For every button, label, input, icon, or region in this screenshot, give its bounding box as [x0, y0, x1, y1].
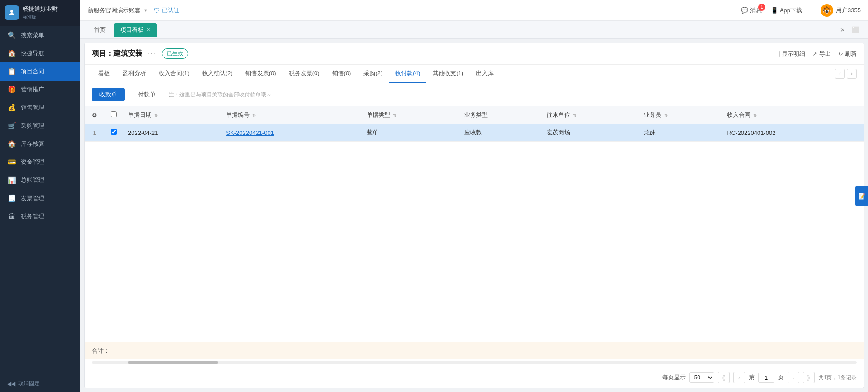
receipts-button[interactable]: 收款单 [92, 88, 125, 101]
sidebar-item-search[interactable]: 🔍 搜索菜单 [0, 26, 80, 44]
row-salesman: 龙妹 [638, 124, 722, 142]
right-panel-icon: 📝 [858, 193, 865, 200]
export-icon: ↗ [812, 50, 817, 57]
sub-tab-income-confirm[interactable]: 收入确认(2) [196, 65, 239, 83]
col-checkbox [104, 106, 123, 124]
page-input[interactable] [758, 373, 774, 383]
sub-tab-sales-invoice[interactable]: 销售发票(0) [239, 65, 283, 83]
sidebar-item-label-search: 搜索菜单 [21, 31, 44, 39]
sort-contract-icon: ⇅ [753, 113, 757, 118]
sidebar-item-marketing[interactable]: 🎁 营销推广 [0, 81, 80, 99]
sidebar-item-invoice[interactable]: 🧾 发票管理 [0, 189, 80, 207]
tab-home-label: 首页 [94, 26, 106, 34]
last-page-icon: ⟫ [807, 374, 810, 381]
sidebar-item-contract[interactable]: 📋 项目合同 [0, 62, 80, 81]
sidebar-item-label-sales: 销售管理 [21, 104, 44, 112]
row-code-link[interactable]: SK-20220421-001 [226, 129, 274, 136]
tabbar-right-controls: ✕ ⬜ [837, 24, 861, 35]
col-code[interactable]: 单据编号 ⇅ [221, 106, 361, 124]
col-settings[interactable]: ⚙ [85, 106, 104, 124]
col-biz-type: 业务类型 [459, 106, 542, 124]
app-download-button[interactable]: 📱 App下载 [771, 6, 802, 14]
sidebar-item-ledger[interactable]: 📊 总账管理 [0, 171, 80, 189]
prev-page-button[interactable]: ‹ [733, 372, 745, 383]
project-status-badge: 已生效 [162, 48, 188, 59]
sub-tab-sales[interactable]: 销售(0) [326, 65, 358, 83]
next-page-icon: › [792, 374, 794, 381]
sub-tabs-nav: ‹ › [835, 69, 857, 79]
table-scrollbar[interactable] [85, 359, 864, 367]
tab-project-board[interactable]: 项目看板 ✕ [114, 23, 157, 37]
refresh-label: 刷新 [845, 50, 857, 58]
user-menu[interactable]: 🐯 用户3355 [821, 4, 861, 17]
page-suffix: 页 [778, 373, 784, 382]
first-page-button[interactable]: ⟪ [718, 372, 730, 383]
shield-icon: 🛡 [154, 7, 160, 14]
sidebar-item-quicknav[interactable]: 🏠 快捷导航 [0, 44, 80, 62]
sub-tab-profit[interactable]: 盈利分析 [116, 65, 152, 83]
show-detail-checkbox[interactable] [774, 51, 780, 57]
row-code[interactable]: SK-20220421-001 [221, 124, 361, 142]
col-partner[interactable]: 往来单位 ⇅ [541, 106, 638, 124]
table-header-row: ⚙ 单据日期 ⇅ 单据编号 ⇅ [85, 106, 864, 124]
sub-tabs-prev-button[interactable]: ‹ [835, 69, 845, 79]
sub-tab-purchase[interactable]: 采购(2) [357, 65, 389, 83]
sub-tab-other[interactable]: 其他收支(1) [426, 65, 470, 83]
sidebar-nav: 🔍 搜索菜单 🏠 快捷导航 📋 项目合同 🎁 营销推广 💰 销售管理 🛒 采购管… [0, 26, 80, 375]
message-badge: 1 [758, 4, 765, 11]
app-title: 畅捷通好业财 [23, 5, 58, 13]
sub-tabs-next-button[interactable]: › [847, 69, 857, 79]
col-salesman[interactable]: 业务员 ⇅ [638, 106, 722, 124]
refresh-icon: ↻ [838, 50, 843, 57]
sub-tab-tax-invoice[interactable]: 税务发票(0) [283, 65, 326, 83]
sidebar-item-label-quicknav: 快捷导航 [21, 49, 44, 57]
sidebar-item-finance[interactable]: 💳 资金管理 [0, 153, 80, 171]
sidebar-unpin[interactable]: ◀◀ 取消固定 [0, 375, 80, 392]
col-date[interactable]: 单据日期 ⇅ [123, 106, 221, 124]
select-all-checkbox[interactable] [111, 111, 117, 117]
scrollbar-thumb[interactable] [128, 361, 218, 364]
row-contract: RC-20220401-002 [722, 124, 864, 142]
show-detail-label: 显示明细 [782, 50, 805, 58]
message-button[interactable]: 💬 消息 1 [741, 6, 762, 14]
col-type[interactable]: 单据类型 ⇅ [361, 106, 458, 124]
workspace-selector[interactable]: 新服务官网演示账套 ▼ [88, 6, 148, 14]
sidebar-item-inventory[interactable]: 🏠 库存核算 [0, 135, 80, 153]
project-more-button[interactable]: ··· [148, 50, 156, 58]
sidebar-item-label-finance: 资金管理 [21, 158, 44, 166]
table-summary: 合计： [85, 342, 864, 359]
sidebar-item-tax[interactable]: 🏛 税务管理 [0, 207, 80, 225]
main-area: 新服务官网演示账套 ▼ 🛡 已认证 💬 消息 1 📱 App下载 🐯 用户335… [80, 0, 868, 392]
payments-button[interactable]: 付款单 [130, 88, 163, 101]
sidebar-item-label-marketing: 营销推广 [21, 86, 44, 94]
row-checkbox[interactable] [111, 129, 117, 135]
tab-close-icon[interactable]: ✕ [146, 27, 151, 33]
refresh-button[interactable]: ↻ 刷新 [838, 50, 857, 58]
tab-home[interactable]: 首页 [88, 23, 112, 37]
window-close-button[interactable]: ✕ [837, 24, 848, 35]
sidebar-item-purchase[interactable]: 🛒 采购管理 [0, 117, 80, 135]
sub-tab-income-contract[interactable]: 收入合同(1) [152, 65, 196, 83]
col-contract[interactable]: 收入合同 ⇅ [722, 106, 864, 124]
next-page-button[interactable]: › [788, 372, 799, 383]
message-icon: 💬 [741, 7, 748, 14]
show-detail-toggle[interactable]: 显示明细 [774, 50, 805, 58]
sidebar-item-label-tax: 税务管理 [21, 212, 44, 220]
window-maximize-button[interactable]: ⬜ [850, 24, 861, 35]
topbar-divider [811, 6, 811, 15]
export-label: 导出 [819, 50, 831, 58]
project-header: 项目：建筑安装 ··· 已生效 显示明细 ↗ 导出 ↻ 刷新 [85, 43, 864, 65]
export-button[interactable]: ↗ 导出 [812, 50, 831, 58]
per-page-select[interactable]: 50 100 200 [689, 372, 714, 383]
sub-tab-payment[interactable]: 收付款(4) [389, 65, 426, 83]
sub-tab-board[interactable]: 看板 [92, 65, 116, 83]
content-panel: 项目：建筑安装 ··· 已生效 显示明细 ↗ 导出 ↻ 刷新 [84, 43, 864, 388]
scrollbar-track[interactable] [92, 361, 857, 364]
sidebar-item-sales[interactable]: 💰 销售管理 [0, 99, 80, 117]
sidebar-item-label-purchase: 采购管理 [21, 122, 44, 130]
table-row[interactable]: 1 2022-04-21 SK-20220421-001 蓝单 [85, 124, 864, 142]
last-page-button[interactable]: ⟫ [803, 372, 815, 383]
contract-icon: 📋 [7, 67, 16, 76]
sub-tab-inout[interactable]: 出入库 [470, 65, 500, 83]
right-panel-button[interactable]: 📝 [855, 186, 868, 206]
